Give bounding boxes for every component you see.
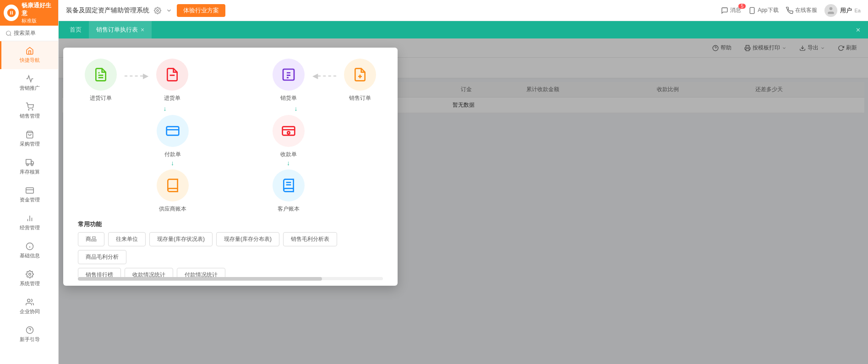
nav-label-basic: 基础信息 (20, 252, 40, 259)
purchase-order-icon (85, 59, 117, 91)
nav-item-purchase[interactable]: 采购管理 (0, 125, 58, 153)
arrow-down-paymentin: ↓ (287, 159, 290, 167)
nav-label-system: 系统管理 (20, 280, 40, 287)
top-bar: 装备及固定资产辅助管理系统 体验行业方案 5 消息 App下载 在线客服 (59, 0, 868, 21)
svg-point-18 (27, 299, 30, 302)
svg-rect-22 (750, 7, 754, 13)
nav-label-enterprise: 企业协同 (20, 308, 40, 315)
arrow-h2: ◀ (311, 71, 337, 80)
nav-item-quick[interactable]: 快捷导航 (0, 41, 58, 69)
system-title: 装备及固定资产辅助管理系统 (66, 6, 149, 15)
nav-label-marketing: 营销推广 (20, 85, 40, 92)
search-menu[interactable]: 搜索菜单 (0, 26, 58, 41)
func-btn-stock-dist[interactable]: 现存量(库存分布表) (216, 232, 279, 246)
nav-item-operations[interactable]: 经营管理 (0, 209, 58, 237)
nav-item-finance[interactable]: 资金管理 (0, 181, 58, 209)
nav-item-basic[interactable]: 基础信息 (0, 237, 58, 265)
app-download-item[interactable]: App下载 (748, 6, 778, 14)
func-buttons-row1: 商品 往来单位 现存量(库存状况表) 现存量(库存分布表) 销售毛利分析表 商品… (78, 232, 383, 264)
supplier-ledger-label: 供应商账本 (159, 205, 186, 213)
arrow-h1: ▶ (124, 71, 149, 80)
tab-sales-order-label: 销售订单执行表 (96, 26, 138, 34)
payment-out-label: 付款单 (164, 151, 181, 158)
flow-node-sales-bill[interactable]: 销货单 (266, 59, 311, 102)
nav-item-sales[interactable]: 销售管理 (0, 97, 58, 125)
tab-home-label: 首页 (70, 26, 82, 34)
customer-ledger-icon (273, 169, 305, 201)
sidebar: 畅康通好生意 标准版 搜索菜单 快捷导航 营销推广 销售管理 采购管理 库存核算 (0, 0, 59, 364)
func-btn-partners[interactable]: 往来单位 (108, 232, 146, 246)
svg-point-2 (28, 109, 29, 110)
svg-point-7 (27, 164, 28, 166)
flow-node-supplier-ledger[interactable]: 供应商账本 (150, 169, 196, 213)
purchase-bill-icon (156, 59, 188, 91)
nav-label-inventory: 库存核算 (20, 168, 40, 175)
gear-icon[interactable] (154, 7, 161, 14)
flow-col-payment: 付款单 ↓ (150, 115, 196, 168)
svg-line-1 (10, 34, 11, 36)
flow-node-sales-order[interactable]: 销售订单 (337, 59, 383, 102)
nav-label-purchase: 采购管理 (20, 141, 40, 147)
sales-bill-icon (273, 59, 305, 91)
nav-label-newbie: 新手引导 (20, 336, 40, 343)
tab-close-right-icon[interactable]: ✕ (852, 25, 864, 35)
payment-in-label: 收款单 (280, 151, 297, 158)
nav-item-inventory[interactable]: 库存核算 (0, 153, 58, 181)
flow-node-customer-ledger[interactable]: 客户账本 (266, 169, 311, 213)
arrow-down-sales: ↓ (295, 105, 298, 112)
online-service-item[interactable]: 在线客服 (786, 6, 817, 14)
modal-scrollbar-thumb (78, 277, 322, 281)
modal-overlay: 进货订单 ▶ 进货单 (59, 38, 868, 364)
sales-order-icon (344, 59, 376, 91)
tab-home[interactable]: 首页 (62, 21, 89, 38)
svg-point-17 (29, 273, 31, 276)
nav-item-marketing[interactable]: 营销推广 (0, 69, 58, 97)
modal-scrollbar[interactable] (78, 277, 383, 280)
func-btn-sales-rank[interactable]: 销售排行榜 (78, 268, 121, 277)
nav-item-newbie[interactable]: 新手引导 (0, 321, 58, 348)
svg-point-8 (31, 164, 33, 166)
top-bar-icons: 5 消息 App下载 在线客服 用户 Ea (721, 4, 861, 17)
func-btn-payment-stats[interactable]: 付款情况统计 (177, 268, 225, 277)
purchase-bill-label: 进货单 (164, 94, 180, 102)
svg-point-46 (287, 131, 289, 134)
logo-text: 畅康通好生意 标准版 (22, 2, 55, 24)
func-btn-goods-profit[interactable]: 商品毛利分析 (78, 250, 126, 264)
modal-content: 进货订单 ▶ 进货单 (63, 48, 398, 277)
tab-sales-order[interactable]: 销售订单执行表 × (89, 21, 152, 38)
search-menu-label: 搜索菜单 (14, 29, 36, 37)
nav-label-sales: 销售管理 (20, 113, 40, 120)
main-area: 装备及固定资产辅助管理系统 体验行业方案 5 消息 App下载 在线客服 (59, 0, 868, 364)
sales-bill-label: 销货单 (280, 94, 297, 102)
flow-node-purchase-order[interactable]: 进货订单 (78, 59, 124, 102)
app-download-label: App下载 (758, 6, 778, 14)
arrow-down-paymentout: ↓ (171, 159, 174, 167)
user-label: 用户 (840, 6, 852, 15)
user-text: Ea (855, 8, 861, 13)
func-btn-stock-status[interactable]: 现存量(库存状况表) (149, 232, 213, 246)
message-icon-item[interactable]: 5 消息 (721, 6, 741, 14)
arrow-down-purchase: ↓ (164, 105, 167, 112)
nav-label-finance: 资金管理 (20, 196, 40, 203)
nav-item-enterprise[interactable]: 企业协同 (0, 293, 58, 321)
flow-node-purchase-bill[interactable]: 进货单 (149, 59, 195, 102)
try-button[interactable]: 体验行业方案 (177, 4, 225, 17)
dropdown-icon[interactable] (166, 7, 172, 14)
flow-node-payment-in[interactable]: 收款单 (266, 115, 311, 158)
func-btn-collection-stats[interactable]: 收款情况统计 (125, 268, 173, 277)
logo-icon (4, 5, 19, 21)
flow-node-payment-out[interactable]: 付款单 (150, 115, 196, 158)
logo-area: 畅康通好生意 标准版 (0, 0, 58, 26)
purchase-order-label: 进货订单 (90, 94, 112, 102)
top-bar-left: 装备及固定资产辅助管理系统 体验行业方案 (66, 4, 225, 17)
func-btn-goods[interactable]: 商品 (78, 232, 104, 246)
func-btn-sales-profit[interactable]: 销售毛利分析表 (283, 232, 337, 246)
nav-label-operations: 经营管理 (20, 224, 40, 231)
svg-rect-9 (26, 188, 34, 193)
tab-close-icon[interactable]: × (141, 26, 144, 33)
common-functions-title: 常用功能 (78, 220, 383, 228)
message-badge: 5 (738, 4, 746, 9)
content-area: 帮助 按模板打印 导出 刷新 (59, 38, 868, 364)
nav-item-system[interactable]: 系统管理 (0, 265, 58, 293)
user-avatar-area[interactable]: 用户 Ea (824, 4, 861, 17)
